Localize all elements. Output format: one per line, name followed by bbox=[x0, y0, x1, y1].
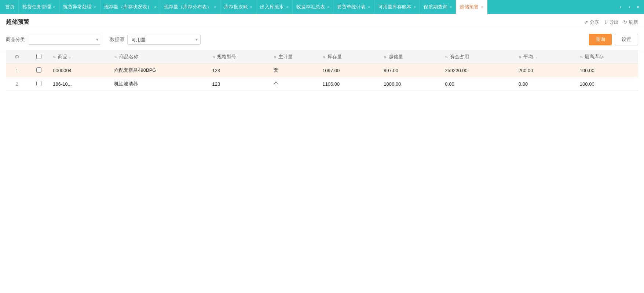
col-spec-header[interactable]: ⇅ 规格型号 bbox=[209, 50, 271, 64]
category-label: 商品分类 bbox=[6, 36, 25, 43]
row-checkbox[interactable] bbox=[36, 81, 41, 86]
nav-close-button[interactable]: × bbox=[634, 0, 643, 14]
row-over: 997.00 bbox=[381, 64, 442, 77]
sort-arrows-unit: ⇅ bbox=[274, 55, 277, 59]
data-table: ⚙ ⇅ 商品... ⇅ 商品名称 ⇅ 规格型号 bbox=[6, 50, 638, 91]
refresh-button[interactable]: ↻ 刷新 bbox=[623, 19, 638, 26]
sort-arrows-spec: ⇅ bbox=[212, 55, 215, 59]
nav-prev-button[interactable]: ‹ bbox=[616, 0, 625, 14]
close-tab-icon[interactable]: × bbox=[368, 5, 370, 9]
close-tab-icon[interactable]: × bbox=[327, 5, 329, 9]
table-container: ⚙ ⇅ 商品... ⇅ 商品名称 ⇅ 规格型号 bbox=[0, 50, 644, 91]
row-avg: 260.00 bbox=[516, 64, 577, 77]
share-icon: ➚ bbox=[584, 19, 588, 25]
row-stock: 1106.00 bbox=[319, 77, 381, 91]
nav-item------[interactable]: 出入库流水× bbox=[256, 0, 292, 14]
sort-arrows-stock: ⇅ bbox=[322, 55, 325, 59]
row-spec: 123 bbox=[209, 77, 271, 91]
page-header: 超储预警 ➚ 分享 ⇓ 导出 ↻ 刷新 bbox=[0, 14, 644, 29]
row-over: 1006.00 bbox=[381, 77, 442, 91]
header-actions: ➚ 分享 ⇓ 导出 ↻ 刷新 bbox=[584, 19, 638, 26]
sort-arrows-avg: ⇅ bbox=[519, 55, 522, 59]
nav-item-------[interactable]: 要货单统计表× bbox=[333, 0, 374, 14]
export-button[interactable]: ⇓ 导出 bbox=[604, 19, 619, 26]
close-tab-icon[interactable]: × bbox=[214, 5, 216, 9]
col-code-header[interactable]: ⇅ 商品... bbox=[50, 50, 111, 64]
table-row: 2 186-10... 机油滤清器 123 个 1106.00 1006.00 … bbox=[6, 77, 638, 91]
datasource-filter: 数据源 可用量 库存量 bbox=[110, 35, 201, 45]
row-capital: 0.00 bbox=[442, 77, 515, 91]
close-tab-icon[interactable]: × bbox=[481, 5, 483, 9]
col-over-header[interactable]: ⇅ 超储量 bbox=[381, 50, 442, 64]
category-filter: 商品分类 bbox=[6, 35, 101, 45]
row-num: 1 bbox=[6, 64, 28, 77]
filter-actions: 查询 设置 bbox=[589, 34, 638, 45]
row-name: 六配套新昌490BPG bbox=[111, 64, 209, 77]
row-unit: 套 bbox=[271, 64, 320, 77]
table-header-row: ⚙ ⇅ 商品... ⇅ 商品名称 ⇅ 规格型号 bbox=[6, 50, 638, 64]
row-checkbox-cell[interactable] bbox=[28, 77, 50, 91]
nav-item------[interactable]: 保质期查询× bbox=[420, 0, 456, 14]
col-settings-header[interactable]: ⚙ bbox=[6, 50, 28, 64]
settings-button[interactable]: 设置 bbox=[615, 34, 638, 45]
col-capital-header[interactable]: ⇅ 资金占用 bbox=[442, 50, 515, 64]
nav-item-----[interactable]: 超储预警× bbox=[456, 0, 487, 14]
row-maxstock: 100.00 bbox=[577, 64, 638, 77]
row-code: 186-10... bbox=[50, 77, 111, 91]
close-tab-icon[interactable]: × bbox=[286, 5, 288, 9]
table-settings-icon[interactable]: ⚙ bbox=[15, 54, 19, 60]
row-spec: 123 bbox=[209, 64, 271, 77]
col-maxstock-header[interactable]: ⇅ 最高库存 bbox=[577, 50, 638, 64]
row-code: 0000004 bbox=[50, 64, 111, 77]
page-container: 超储预警 ➚ 分享 ⇓ 导出 ↻ 刷新 商品分类 bbox=[0, 14, 644, 293]
top-nav: 首页拣货任务管理×拣货异常处理×现存量（库存状况表）×现存量（库存分布表）×库存… bbox=[0, 0, 644, 14]
close-tab-icon[interactable]: × bbox=[450, 5, 452, 9]
col-unit-header[interactable]: ⇅ 主计量 bbox=[271, 50, 320, 64]
row-name: 机油滤清器 bbox=[111, 77, 209, 91]
row-avg: 0.00 bbox=[516, 77, 577, 91]
sort-arrows-maxstock: ⇅ bbox=[580, 55, 583, 59]
nav-item-----------[interactable]: 现存量（库存状况表）× bbox=[100, 0, 160, 14]
datasource-select-wrapper: 可用量 库存量 bbox=[127, 35, 201, 45]
row-checkbox-cell[interactable] bbox=[28, 64, 50, 77]
row-maxstock: 100.00 bbox=[577, 77, 638, 91]
nav-item-------[interactable]: 收发存汇总表× bbox=[293, 0, 333, 14]
nav-item-----------[interactable]: 现存量（库存分布表）× bbox=[160, 0, 220, 14]
sort-arrows-code: ⇅ bbox=[53, 55, 56, 59]
col-name-header[interactable]: ⇅ 商品名称 bbox=[111, 50, 209, 64]
nav-item--------[interactable]: 可用量库存账本× bbox=[374, 0, 420, 14]
nav-item------[interactable]: 库存批次账× bbox=[220, 0, 256, 14]
refresh-icon: ↻ bbox=[623, 19, 627, 25]
nav-item-------[interactable]: 拣货异常处理× bbox=[59, 0, 100, 14]
nav-next-button[interactable]: › bbox=[625, 0, 634, 14]
table-body: 1 0000004 六配套新昌490BPG 123 套 1097.00 997.… bbox=[6, 64, 638, 91]
close-tab-icon[interactable]: × bbox=[53, 5, 55, 9]
select-all-checkbox[interactable] bbox=[36, 54, 41, 59]
col-stock-header[interactable]: ⇅ 库存量 bbox=[319, 50, 381, 64]
share-button[interactable]: ➚ 分享 bbox=[584, 19, 599, 26]
sort-arrows-over: ⇅ bbox=[384, 55, 387, 59]
close-tab-icon[interactable]: × bbox=[94, 5, 96, 9]
sort-arrows-capital: ⇅ bbox=[445, 55, 448, 59]
category-select-wrapper bbox=[28, 35, 101, 45]
sort-arrows-name: ⇅ bbox=[114, 55, 117, 59]
close-tab-icon[interactable]: × bbox=[154, 5, 156, 9]
row-num: 2 bbox=[6, 77, 28, 91]
col-avg-header[interactable]: ⇅ 平均... bbox=[516, 50, 577, 64]
col-checkbox-header[interactable] bbox=[28, 50, 50, 64]
query-button[interactable]: 查询 bbox=[589, 34, 612, 45]
filter-row: 商品分类 数据源 可用量 库存量 查询 设置 bbox=[0, 29, 644, 50]
datasource-label: 数据源 bbox=[110, 36, 124, 43]
close-tab-icon[interactable]: × bbox=[250, 5, 252, 9]
category-select[interactable] bbox=[28, 35, 101, 45]
page-title: 超储预警 bbox=[6, 18, 29, 26]
datasource-select[interactable]: 可用量 库存量 bbox=[127, 35, 201, 45]
close-tab-icon[interactable]: × bbox=[414, 5, 416, 9]
nav-item-------[interactable]: 拣货任务管理× bbox=[19, 0, 59, 14]
table-row: 1 0000004 六配套新昌490BPG 123 套 1097.00 997.… bbox=[6, 64, 638, 77]
row-stock: 1097.00 bbox=[319, 64, 381, 77]
row-capital: 259220.00 bbox=[442, 64, 515, 77]
row-checkbox[interactable] bbox=[36, 67, 41, 73]
export-icon: ⇓ bbox=[604, 19, 608, 25]
nav-item---[interactable]: 首页 bbox=[1, 0, 19, 14]
